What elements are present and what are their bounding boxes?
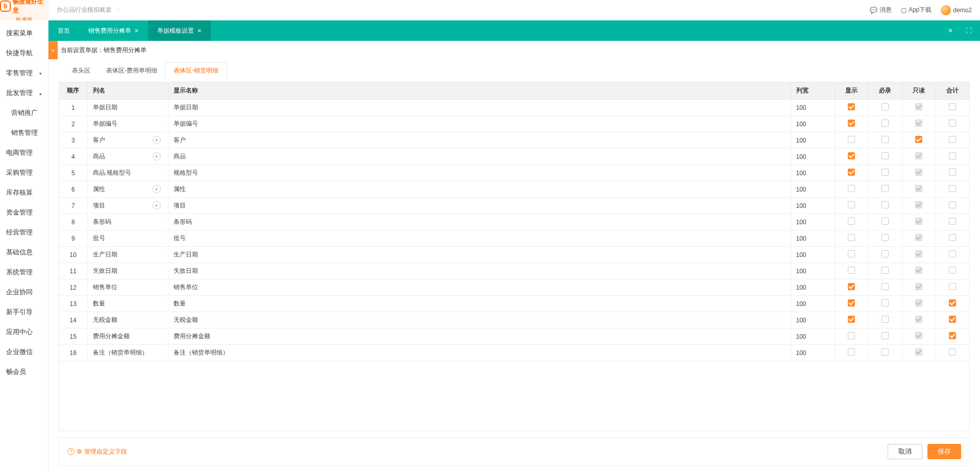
checkbox[interactable] [915, 136, 922, 143]
user-menu[interactable]: demo2 [941, 5, 972, 15]
cell-width[interactable]: 100 [791, 247, 835, 263]
expand-icon[interactable]: + [153, 185, 161, 193]
cell-display-name[interactable]: 项目 [168, 198, 791, 214]
checkbox[interactable] [881, 348, 889, 356]
checkbox[interactable] [881, 267, 889, 274]
cell-display-name[interactable]: 条形码 [168, 214, 791, 230]
cell-width[interactable]: 100 [791, 279, 835, 296]
checkbox[interactable] [848, 299, 855, 306]
cell-display-name[interactable]: 属性 [168, 181, 791, 198]
cell-display-name[interactable]: 批号 [168, 230, 791, 247]
subtab[interactable]: 表体区-销货明细 [165, 62, 227, 79]
cell-width[interactable]: 100 [791, 100, 835, 116]
sidebar-item[interactable]: 零售管理▾ [0, 63, 48, 83]
checkbox[interactable] [881, 299, 889, 306]
checkbox[interactable] [881, 218, 889, 225]
checkbox[interactable] [881, 283, 889, 290]
subtab[interactable]: 表头区 [64, 63, 99, 79]
tab[interactable]: 单据模板设置✕ [148, 20, 211, 41]
cell-display-name[interactable]: 备注（销货单明细） [168, 345, 791, 361]
sidebar-item[interactable]: 新手引导 [0, 302, 48, 322]
checkbox[interactable] [949, 136, 956, 143]
close-icon[interactable]: ✕ [197, 28, 202, 34]
checkbox[interactable] [848, 348, 855, 356]
checkbox[interactable] [848, 152, 855, 159]
cancel-button[interactable]: 取消 [888, 444, 922, 459]
dataset-selector[interactable]: 办公品行业模拟账套 ﹀ [57, 6, 120, 14]
app-download-button[interactable]: ▢ App下载 [901, 6, 932, 14]
checkbox[interactable] [949, 267, 956, 274]
checkbox[interactable] [949, 218, 956, 225]
close-all-tabs-button[interactable]: ✕ [943, 23, 958, 38]
cell-display-name[interactable]: 生产日期 [168, 247, 791, 263]
checkbox[interactable] [881, 316, 889, 323]
sidebar-item[interactable]: 企业协同 [0, 282, 48, 302]
checkbox[interactable] [949, 332, 956, 339]
checkbox[interactable] [949, 299, 956, 306]
checkbox[interactable] [881, 136, 889, 143]
sidebar-item[interactable]: 系统管理 [0, 263, 48, 282]
expand-toggle-button[interactable]: » [48, 41, 58, 59]
checkbox[interactable] [848, 169, 855, 176]
checkbox[interactable] [881, 332, 889, 339]
cell-display-name[interactable]: 失效日期 [168, 263, 791, 279]
cell-width[interactable]: 100 [791, 181, 835, 198]
sidebar-item[interactable]: 库存核算 [0, 183, 48, 203]
cell-display-name[interactable]: 无税金额 [168, 312, 791, 328]
fullscreen-button[interactable]: ⛶ [962, 23, 976, 38]
cell-display-name[interactable]: 商品 [168, 149, 791, 165]
sidebar-item[interactable]: 搜索菜单 [0, 23, 48, 43]
checkbox[interactable] [848, 201, 855, 208]
subtab[interactable]: 表体区-费用单明细 [98, 63, 165, 79]
checkbox[interactable] [949, 348, 956, 356]
cell-width[interactable]: 100 [791, 165, 835, 181]
checkbox[interactable] [881, 169, 889, 176]
checkbox[interactable] [881, 201, 889, 208]
checkbox[interactable] [949, 152, 956, 159]
sidebar-item[interactable]: 经营管理 [0, 223, 48, 243]
checkbox[interactable] [881, 120, 889, 127]
cell-display-name[interactable]: 客户 [168, 132, 791, 149]
checkbox[interactable] [848, 218, 855, 225]
checkbox[interactable] [881, 250, 889, 257]
checkbox[interactable] [848, 316, 855, 323]
checkbox[interactable] [848, 120, 855, 127]
checkbox[interactable] [949, 316, 956, 323]
sidebar-item[interactable]: 应用中心 [0, 322, 48, 342]
checkbox[interactable] [949, 120, 956, 127]
checkbox[interactable] [949, 250, 956, 257]
sidebar-item[interactable]: 批发管理▴ [0, 83, 48, 103]
sidebar-item[interactable]: 电商管理 [0, 143, 48, 163]
checkbox[interactable] [949, 283, 956, 290]
cell-display-name[interactable]: 规格型号 [168, 165, 791, 181]
checkbox[interactable] [848, 103, 855, 110]
expand-icon[interactable]: + [153, 136, 161, 144]
checkbox[interactable] [949, 103, 956, 110]
cell-width[interactable]: 100 [791, 328, 835, 345]
expand-icon[interactable]: + [153, 152, 161, 160]
sidebar-item[interactable]: 基础信息 [0, 243, 48, 263]
checkbox[interactable] [848, 234, 855, 241]
messages-button[interactable]: 💬 消息 [870, 6, 892, 14]
cell-display-name[interactable]: 单据编号 [168, 116, 791, 132]
checkbox[interactable] [949, 201, 956, 208]
cell-display-name[interactable]: 单据日期 [168, 100, 791, 116]
cell-width[interactable]: 100 [791, 345, 835, 361]
tab[interactable]: 销售费用分摊单✕ [79, 20, 148, 41]
checkbox[interactable] [848, 185, 855, 192]
cell-display-name[interactable]: 费用分摊金额 [168, 328, 791, 345]
checkbox[interactable] [848, 136, 855, 143]
manage-custom-fields-link[interactable]: ? ⚙ 管理自定义字段 [67, 447, 127, 456]
cell-width[interactable]: 100 [791, 230, 835, 247]
cell-display-name[interactable]: 销售单位 [168, 279, 791, 296]
checkbox[interactable] [881, 185, 889, 192]
cell-width[interactable]: 100 [791, 214, 835, 230]
sidebar-item[interactable]: 资金管理 [0, 203, 48, 223]
checkbox[interactable] [848, 332, 855, 339]
sidebar-item[interactable]: 营销推广 [0, 103, 48, 123]
checkbox[interactable] [848, 283, 855, 290]
cell-display-name[interactable]: 数量 [168, 296, 791, 312]
sidebar-item[interactable]: 企业微信 [0, 342, 48, 362]
sidebar-item[interactable]: 快捷导航 [0, 43, 48, 63]
cell-width[interactable]: 100 [791, 312, 835, 328]
